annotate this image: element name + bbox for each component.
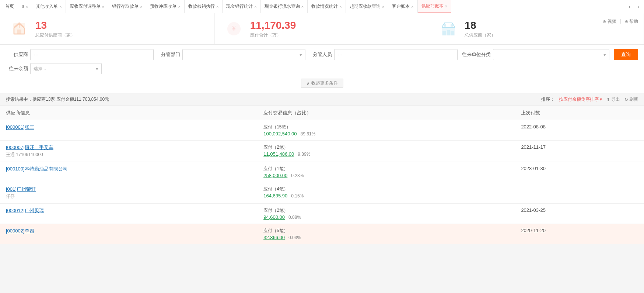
tx-label-1: 应付（2笔） xyxy=(263,144,509,151)
svg-text:¥: ¥ xyxy=(232,24,236,33)
th-tx: 应付交易信息（占比） xyxy=(258,106,515,120)
tab-close-cash-bank-flow[interactable]: × xyxy=(301,4,304,9)
video-link[interactable]: ⊙ 视频 xyxy=(603,18,616,25)
table-container: 供应商信息 应付交易信息（占比） 上次付数 [000001]张三应付（15笔）1… xyxy=(0,106,644,244)
amount-link-1[interactable]: 11,051,486.00 xyxy=(263,151,294,157)
supplier-link-4[interactable]: [000012]广州贝瑞 xyxy=(6,208,44,213)
filter-balance: 往来余额 选择... ▾ xyxy=(6,63,102,74)
cell-tx-2: 应付（1笔）258,000.000.23% xyxy=(258,162,515,182)
filter-person: 分管人员 ··· xyxy=(310,49,458,60)
tab-close-receipt-stat[interactable]: × xyxy=(339,4,342,9)
pct-0: 89.61% xyxy=(301,131,316,137)
card3-label: 总供应商（家） xyxy=(465,32,496,38)
table-row: [001]广州荣轩仔仔应付（4笔）164,635.900.15% xyxy=(0,182,644,204)
card2-number: 11,170.39 xyxy=(250,19,296,32)
refresh-button[interactable]: ↻ 刷新 xyxy=(624,96,638,103)
table-row: [000002]李四应付（5笔）32,366.000.03%2020-11-20 xyxy=(0,224,644,244)
result-bar: 搜索结果中，供应商13家 应付金额111,703,854.00元 排序： 按应付… xyxy=(0,93,644,106)
tab-close-other-income[interactable]: × xyxy=(59,4,62,9)
supplier-link-5[interactable]: [000002]李四 xyxy=(6,228,34,234)
nav-next-arrow[interactable]: › xyxy=(634,0,643,13)
query-button[interactable]: 查询 xyxy=(614,49,638,60)
amount-link-0[interactable]: 100,092,540.00 xyxy=(263,131,297,137)
table-row: [000100]本特勤油品有限公司应付（1笔）258,000.000.23%20… xyxy=(0,162,644,182)
table-row: [000001]张三应付（15笔）100,092,540.0089.61%202… xyxy=(0,120,644,141)
collapse-button[interactable]: ∧ 收起更多条件 xyxy=(301,79,343,88)
nav-tab-receipt-verify[interactable]: 收款核销执行× xyxy=(185,0,223,13)
supplier-input[interactable]: ··· xyxy=(30,49,154,60)
cell-supplier-3: [001]广州荣轩仔仔 xyxy=(0,182,258,204)
nav-tab-supplier-book[interactable]: 供应商账本× xyxy=(418,0,451,13)
pct-2: 0.23% xyxy=(291,173,304,178)
balance-select[interactable]: 选择... ▾ xyxy=(30,63,102,74)
nav-tab-customer-book[interactable]: 客户账本× xyxy=(388,0,417,13)
cell-date-5: 2020-11-20 xyxy=(515,224,644,244)
amount-link-2[interactable]: 258,000.00 xyxy=(263,173,287,178)
nav-tab-prepaid-ar[interactable]: 预收冲应收单× xyxy=(146,0,184,13)
cell-date-3 xyxy=(515,182,644,204)
store-icon xyxy=(438,18,459,39)
nav-prev-arrow[interactable]: ‹ xyxy=(625,0,634,13)
dept-arrow-icon: ▾ xyxy=(300,52,302,58)
top-nav: 首页3×其他收入单×应收应付调整单×银行存取款单×预收冲应收单×收款核销执行×现… xyxy=(0,0,644,13)
svg-rect-9 xyxy=(447,30,450,35)
supplier-label: 供应商 xyxy=(6,51,28,58)
tab-close-receipt-verify[interactable]: × xyxy=(216,4,218,9)
card3-info: 18 总供应商（家） xyxy=(465,19,496,39)
help-link[interactable]: ⊙ 帮助 xyxy=(625,18,638,25)
nav-tab-tab3[interactable]: 3× xyxy=(18,0,32,13)
tx-label-3: 应付（4笔） xyxy=(263,186,509,192)
supplier-link-1[interactable]: [000007]恒旺二手叉车 xyxy=(6,145,53,150)
person-input[interactable]: ··· xyxy=(334,49,458,60)
tab-close-overdue-ar[interactable]: × xyxy=(382,4,384,9)
refresh-icon: ↻ xyxy=(624,97,628,102)
supplier-link-0[interactable]: [000001]张三 xyxy=(6,124,34,130)
tx-label-5: 应付（5笔） xyxy=(263,228,509,234)
nav-tab-home[interactable]: 首页 xyxy=(1,0,18,13)
table-row: [000012]广州贝瑞应付（2笔）94,600.000.08%2021-03-… xyxy=(0,204,644,224)
summary-card-suppliers: 13 总应付供应商（家） xyxy=(0,13,215,44)
nav-tab-bank-deposit[interactable]: 银行存取款单× xyxy=(108,0,146,13)
nav-tab-cash-bank-stat[interactable]: 现金银行统计× xyxy=(223,0,260,13)
cell-supplier-0: [000001]张三 xyxy=(0,120,258,141)
category-select[interactable]: ▾ xyxy=(493,49,610,60)
supplier-sub-1: 王通 17106110000 xyxy=(6,152,252,158)
balance-placeholder: 选择... xyxy=(34,66,46,72)
supplier-link-2[interactable]: [000100]本特勤油品有限公司 xyxy=(6,166,68,172)
nav-tab-overdue-ar[interactable]: 超期应收款查询× xyxy=(346,0,388,13)
nav-tab-ar-ap-adjust[interactable]: 应收应付调整单× xyxy=(66,0,108,13)
tab-close-customer-book[interactable]: × xyxy=(411,4,413,9)
tab-close-cash-bank-stat[interactable]: × xyxy=(254,4,256,9)
tab-close-supplier-book[interactable]: × xyxy=(445,4,447,8)
collapse-up-icon: ∧ xyxy=(307,81,310,86)
svg-rect-8 xyxy=(442,31,446,35)
nav-tab-receipt-stat[interactable]: 收款情况统计× xyxy=(308,0,346,13)
tab-close-prepaid-ar[interactable]: × xyxy=(178,4,180,9)
nav-tab-cash-bank-flow[interactable]: 现金银行流水查询× xyxy=(261,0,308,13)
balance-label: 往来余额 xyxy=(6,65,28,72)
sort-value[interactable]: 按应付余额倒序排序 ▾ xyxy=(559,96,602,103)
dept-select[interactable]: ▾ xyxy=(182,49,306,60)
supplier-link-3[interactable]: [001]广州荣轩 xyxy=(6,186,36,192)
tab-close-ar-ap-adjust[interactable]: × xyxy=(102,4,104,9)
pct-4: 0.08% xyxy=(288,215,301,220)
tab-close-tab3[interactable]: × xyxy=(26,4,28,9)
result-bar-right: 排序： 按应付余额倒序排序 ▾ ⬆ 导出 ↻ 刷新 xyxy=(541,96,638,103)
filter-row-1: 供应商 ··· 分管部门 ▾ 分管人员 ··· 往来单位分类 ▾ xyxy=(6,49,638,60)
th-supplier: 供应商信息 xyxy=(0,106,258,120)
tx-label-4: 应付（2笔） xyxy=(263,207,509,214)
cell-supplier-5: [000002]李四 xyxy=(0,224,258,244)
card1-number: 13 xyxy=(35,19,75,32)
export-icon: ⬆ xyxy=(606,97,610,102)
amount-link-5[interactable]: 32,366.00 xyxy=(263,235,285,240)
tab-close-bank-deposit[interactable]: × xyxy=(140,4,142,9)
amount-link-4[interactable]: 94,600.00 xyxy=(263,214,285,220)
cell-tx-5: 应付（5笔）32,366.000.03% xyxy=(258,224,515,244)
table-head: 供应商信息 应付交易信息（占比） 上次付数 xyxy=(0,106,644,120)
amount-link-3[interactable]: 164,635.90 xyxy=(263,193,287,199)
nav-tab-other-income[interactable]: 其他收入单× xyxy=(32,0,66,13)
category-arrow-icon: ▾ xyxy=(603,52,606,58)
svg-rect-12 xyxy=(444,24,446,27)
export-button[interactable]: ⬆ 导出 xyxy=(606,96,620,103)
filter-area: 供应商 ··· 分管部门 ▾ 分管人员 ··· 往来单位分类 ▾ xyxy=(0,45,644,93)
